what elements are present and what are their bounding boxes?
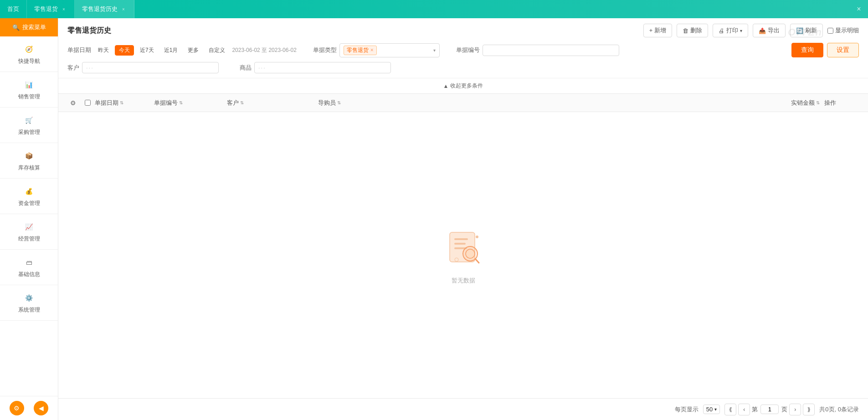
- settings-query-button[interactable]: 设置: [827, 43, 859, 57]
- collapse-filters-button[interactable]: ▲ 收起更多条件: [58, 78, 868, 93]
- sidebar-item-operations[interactable]: 📈 经营管理: [0, 214, 58, 250]
- sidebar-item-quick-nav[interactable]: 🧭 快捷导航: [0, 36, 58, 72]
- window-close-button[interactable]: ×: [850, 0, 868, 18]
- tab-retail-return-label: 零售退货: [34, 5, 58, 13]
- page-title-row: 零售退货历史 + 新增 🗑 删除 🖨 打印 ▾ 📤 导出: [67, 24, 859, 37]
- date-btn-more[interactable]: 更多: [184, 45, 203, 56]
- sidebar-item-sales[interactable]: 📊 销售管理: [0, 72, 58, 108]
- page-size-select[interactable]: 50 ▾: [703, 405, 720, 414]
- page-size-value: 50: [706, 406, 713, 413]
- type-select[interactable]: 零售退货 × ▾: [339, 43, 440, 57]
- empty-illustration: [441, 225, 486, 271]
- delete-icon: 🗑: [683, 27, 688, 34]
- th-guide[interactable]: 导购员 ⇅: [318, 99, 391, 107]
- display-detail-toggle[interactable]: 显示明细: [827, 26, 859, 35]
- date-btn-7days[interactable]: 近7天: [136, 45, 158, 56]
- goods-placeholder: ···: [258, 64, 266, 71]
- page-number-input[interactable]: [760, 405, 779, 414]
- sidebar: 🔍 搜索菜单 🧭 快捷导航 📊 销售管理 🛒 采购管理 📦 库存核算 💰 资金管…: [0, 18, 58, 420]
- sidebar-item-inventory[interactable]: 📦 库存核算: [0, 143, 58, 179]
- sidebar-item-purchase-label: 采购管理: [18, 128, 40, 136]
- sidebar-item-base-info[interactable]: 🗃 基础信息: [0, 250, 58, 285]
- type-tag[interactable]: 零售退货 ×: [344, 46, 377, 55]
- tab-home[interactable]: 首页: [0, 0, 27, 18]
- collapse-label: 收起更多条件: [450, 82, 483, 90]
- sidebar-item-purchase[interactable]: 🛒 采购管理: [0, 108, 58, 143]
- export-icon: 📤: [759, 27, 766, 34]
- svg-point-8: [476, 236, 478, 238]
- guide-sort-icon: ⇅: [337, 100, 341, 105]
- filter-row-2: 客户 ··· 商品 ···: [67, 62, 859, 73]
- customer-placeholder: ···: [86, 64, 94, 71]
- prev-page-button[interactable]: ‹: [738, 404, 750, 415]
- pagination: 每页显示 50 ▾ ⟪ ‹ 第 页 › ⟫ 共0页, 0条记录: [58, 398, 868, 420]
- purchase-icon: 🛒: [23, 114, 36, 127]
- customer-filter-label: 客户: [67, 64, 79, 72]
- date-btn-custom[interactable]: 自定义: [205, 45, 229, 56]
- sidebar-item-operations-label: 经营管理: [18, 235, 40, 243]
- sidebar-item-base-info-label: 基础信息: [18, 271, 40, 278]
- main-content: 零售退货历史 + 新增 🗑 删除 🖨 打印 ▾ 📤 导出: [58, 18, 868, 420]
- tab-retail-return[interactable]: 零售退货 ×: [27, 0, 75, 18]
- collapse-icon: ▲: [443, 83, 449, 89]
- date-btn-1month[interactable]: 近1月: [160, 45, 182, 56]
- th-date[interactable]: 单据日期 ⇅: [95, 99, 154, 107]
- export-button[interactable]: 📤 导出: [753, 24, 786, 37]
- sidebar-settings-button[interactable]: ⚙: [10, 401, 24, 415]
- refresh-icon: 🔄: [796, 27, 803, 34]
- select-all-checkbox[interactable]: [80, 100, 95, 106]
- th-action-label: 操作: [824, 99, 836, 107]
- tab-retail-return-history[interactable]: 零售退货历史 ×: [75, 0, 134, 18]
- date-filter-label: 单据日期: [67, 46, 91, 54]
- goods-select[interactable]: ···: [254, 62, 391, 73]
- customer-select[interactable]: ···: [82, 62, 219, 73]
- sidebar-toggle-button[interactable]: ◀: [34, 401, 48, 415]
- date-sort-icon: ⇅: [120, 100, 123, 105]
- number-filter: 单据编号: [456, 45, 619, 56]
- svg-point-5: [466, 249, 475, 258]
- sidebar-item-system[interactable]: ⚙️ 系统管理: [0, 285, 58, 321]
- next-page-button[interactable]: ›: [789, 404, 801, 415]
- tab-retail-return-history-label: 零售退货历史: [82, 5, 118, 13]
- filter-area: 单据日期 昨天 今天 近7天 近1月 更多 自定义 2023-06-02 至 2…: [67, 43, 859, 93]
- page-size-label: 每页显示: [675, 405, 699, 414]
- sidebar-bottom: ⚙ ◀: [0, 396, 58, 420]
- top-bar: 首页 零售退货 × 零售退货历史 × ×: [0, 0, 868, 18]
- header-checkbox[interactable]: [85, 100, 91, 106]
- date-btn-today[interactable]: 今天: [115, 45, 134, 56]
- tab-retail-return-close[interactable]: ×: [61, 6, 67, 12]
- type-tag-close[interactable]: ×: [370, 47, 374, 53]
- th-customer-label: 客户: [227, 99, 239, 107]
- delete-button[interactable]: 🗑 删除: [677, 24, 708, 37]
- sidebar-search[interactable]: 🔍 搜索菜单: [0, 18, 58, 36]
- type-filter-label: 单据类型: [313, 46, 337, 54]
- quick-nav-icon: 🧭: [23, 43, 36, 56]
- date-filter: 单据日期 昨天 今天 近7天 近1月 更多 自定义 2023-06-02 至 2…: [67, 45, 297, 56]
- last-page-button[interactable]: ⟫: [803, 404, 815, 415]
- sidebar-item-finance[interactable]: 💰 资金管理: [0, 179, 58, 214]
- sidebar-item-sales-label: 销售管理: [18, 93, 40, 101]
- th-no[interactable]: 单据编号 ⇅: [154, 99, 227, 107]
- sidebar-item-system-label: 系统管理: [18, 306, 40, 314]
- tab-retail-return-history-close[interactable]: ×: [120, 6, 127, 12]
- query-button[interactable]: 查询: [791, 43, 823, 57]
- customer-sort-icon: ⇅: [240, 100, 244, 105]
- inventory-icon: 📦: [23, 149, 36, 162]
- column-settings-button[interactable]: ⚙: [66, 99, 80, 107]
- display-detail-checkbox[interactable]: [827, 28, 833, 34]
- first-page-button[interactable]: ⟪: [724, 404, 736, 415]
- search-icon: 🔍: [12, 24, 20, 31]
- sidebar-search-label: 搜索菜单: [22, 23, 46, 31]
- refresh-button[interactable]: 🔄 刷新: [790, 24, 823, 37]
- page-nav: ⟪ ‹ 第 页 › ⟫: [724, 404, 815, 415]
- number-input[interactable]: [483, 45, 619, 56]
- svg-line-6: [475, 259, 479, 263]
- th-amount[interactable]: 实销金额 ⇅: [765, 99, 820, 107]
- print-button[interactable]: 🖨 打印 ▾: [713, 24, 748, 37]
- date-btn-yesterday[interactable]: 昨天: [94, 45, 113, 56]
- th-customer[interactable]: 客户 ⇅: [227, 99, 318, 107]
- main-layout: 🔍 搜索菜单 🧭 快捷导航 📊 销售管理 🛒 采购管理 📦 库存核算 💰 资金管…: [0, 18, 868, 420]
- page-total: 共0页, 0条记录: [819, 405, 859, 414]
- customer-filter: 客户 ···: [67, 62, 219, 73]
- new-button[interactable]: + 新增: [643, 24, 672, 37]
